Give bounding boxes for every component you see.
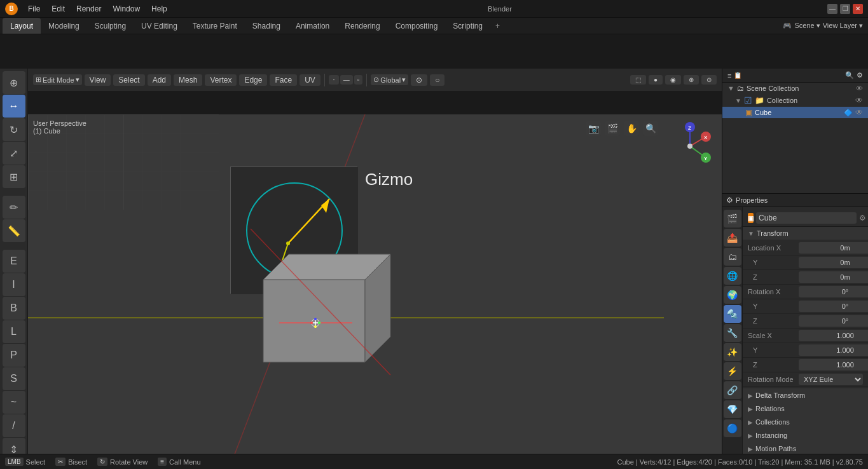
props-tab-modifier[interactable]: 🔧 — [724, 324, 741, 342]
close-button[interactable]: ✕ — [853, 4, 863, 14]
smooth-tool[interactable]: ~ — [3, 391, 25, 414]
scene-coll-eye[interactable]: 👁 — [856, 85, 863, 92]
tab-texture-paint[interactable]: Texture Paint — [185, 18, 245, 34]
object-options-icon[interactable]: ⚙ — [859, 214, 866, 222]
header-uv-menu[interactable]: UV — [300, 74, 320, 86]
scale-z-input[interactable] — [799, 359, 868, 370]
poly-build-tool[interactable]: P — [3, 344, 25, 367]
props-tab-physics[interactable]: ⚡ — [724, 362, 741, 380]
header-mesh-menu[interactable]: Mesh — [174, 74, 202, 86]
coll-check[interactable]: ☑ — [744, 95, 752, 105]
tab-compositing[interactable]: Compositing — [388, 18, 446, 34]
rotation-mode-select[interactable]: XYZ Eule XZY Euler YXZ Euler YZX Euler Z… — [799, 374, 863, 385]
mode-selector[interactable]: ⊞ Edit Mode ▾ — [33, 74, 82, 85]
rotation-z-input[interactable] — [799, 315, 868, 327]
minimize-button[interactable]: — — [827, 4, 837, 14]
vertex-select-mode[interactable]: ⬝ — [329, 75, 339, 85]
cube-eye[interactable]: 👁 — [855, 108, 863, 117]
props-tab-render[interactable]: 🎬 — [724, 210, 741, 228]
edge-slide-tool[interactable]: / — [3, 414, 25, 437]
tab-animation[interactable]: Animation — [288, 18, 337, 34]
annotate-tool[interactable]: ✏ — [3, 196, 25, 219]
motion-paths-header[interactable]: ▶ Motion Paths — [743, 442, 868, 455]
object-name-input[interactable] — [756, 212, 857, 224]
move-icon[interactable]: ✋ — [624, 121, 639, 136]
props-tab-view-layer[interactable]: 🗂 — [724, 248, 741, 266]
instancing-header[interactable]: ▶ Instancing — [743, 429, 868, 442]
tab-scripting[interactable]: Scripting — [445, 18, 490, 34]
menu-help[interactable]: Help — [146, 3, 172, 15]
coll-eye[interactable]: 👁 — [855, 96, 863, 105]
overlay-toggle[interactable]: ● — [649, 75, 663, 85]
relations-header[interactable]: ▶ Relations — [743, 402, 868, 415]
props-tab-output[interactable]: 📤 — [724, 229, 741, 247]
xray-toggle[interactable]: ⬚ — [630, 75, 646, 85]
proportional-toggle[interactable]: ○ — [430, 74, 444, 86]
viewport-shading-rendered[interactable]: ⊙ — [701, 75, 717, 85]
scale-x-input[interactable] — [799, 330, 868, 341]
edge-select-mode[interactable]: — — [340, 75, 353, 85]
maximize-button[interactable]: ❐ — [840, 4, 850, 14]
props-tab-particles[interactable]: ✨ — [724, 343, 741, 361]
add-workspace-button[interactable]: + — [490, 18, 505, 34]
spin-tool[interactable]: S — [3, 367, 25, 390]
cursor-tool[interactable]: ⊕ — [3, 71, 25, 94]
scale-tool[interactable]: ⤢ — [3, 142, 25, 165]
viewport[interactable]: User Perspective (1) Cube — [28, 114, 722, 469]
location-z-input[interactable] — [799, 271, 868, 283]
viewlayer-selector[interactable]: View Layer ▾ — [823, 22, 863, 30]
scene-selector[interactable]: Scene ▾ — [794, 22, 820, 30]
rotate-tool[interactable]: ↻ — [3, 118, 25, 141]
props-tab-data[interactable]: 💎 — [724, 400, 741, 418]
zoom-icon[interactable]: 🔍 — [643, 121, 658, 136]
props-tab-scene[interactable]: 🌐 — [724, 267, 741, 285]
props-tab-object[interactable]: 🔩 — [724, 305, 741, 323]
face-select-mode[interactable]: ▫ — [354, 75, 363, 85]
header-add-menu[interactable]: Add — [148, 74, 171, 86]
tab-uv-editing[interactable]: UV Editing — [134, 18, 185, 34]
coll-expand[interactable]: ▼ — [735, 97, 741, 104]
rotation-y-input[interactable] — [799, 301, 868, 312]
nav-gizmo[interactable]: X Y Z — [665, 121, 715, 172]
tab-rendering[interactable]: Rendering — [337, 18, 387, 34]
collections-header[interactable]: ▶ Collections — [743, 416, 868, 428]
header-face-menu[interactable]: Face — [270, 74, 297, 86]
menu-render[interactable]: Render — [71, 3, 106, 15]
props-tab-material[interactable]: 🔵 — [724, 419, 741, 437]
camera-icon[interactable]: 📷 — [586, 121, 601, 136]
snap-toggle[interactable]: ⊙ — [411, 74, 427, 86]
delta-transform-header[interactable]: ▶ Delta Transform — [743, 389, 868, 402]
engine-selector[interactable]: 🎮 — [783, 22, 792, 30]
tab-sculpting[interactable]: Sculpting — [87, 18, 134, 34]
viewport-shading-solid[interactable]: ◉ — [665, 75, 681, 85]
transform-tool[interactable]: ⊞ — [3, 165, 25, 188]
props-tab-constraints[interactable]: 🔗 — [724, 381, 741, 399]
location-x-input[interactable] — [799, 242, 868, 254]
filter-icon[interactable]: 🔍 — [845, 71, 854, 79]
header-vertex-menu[interactable]: Vertex — [205, 74, 237, 86]
tab-shading[interactable]: Shading — [245, 18, 288, 34]
sort-icon[interactable]: ⚙ — [857, 71, 863, 79]
rotation-x-input[interactable] — [799, 286, 868, 297]
header-edge-menu[interactable]: Edge — [239, 74, 267, 86]
render-icon[interactable]: 🎬 — [605, 121, 620, 136]
props-tab-world[interactable]: 🌍 — [724, 286, 741, 304]
location-y-input[interactable] — [799, 257, 868, 268]
pivot-selector[interactable]: ⊙ Global ▾ — [371, 74, 408, 85]
header-select-menu[interactable]: Select — [113, 74, 144, 86]
bevel-tool[interactable]: B — [3, 297, 25, 320]
viewport-shading-material[interactable]: ⊕ — [684, 75, 699, 85]
menu-file[interactable]: File — [23, 3, 45, 15]
scene-coll-expand[interactable]: ▼ — [727, 85, 734, 92]
scale-y-input[interactable] — [799, 344, 868, 356]
move-tool[interactable]: ↔ — [3, 95, 25, 118]
loop-cut-tool[interactable]: L — [3, 320, 25, 343]
extrude-tool[interactable]: E — [3, 250, 25, 273]
cube-item[interactable]: ▣ Cube 🔷 👁 — [722, 107, 868, 118]
measure-tool[interactable]: 📏 — [3, 219, 25, 242]
header-view-menu[interactable]: View — [85, 74, 111, 86]
menu-edit[interactable]: Edit — [46, 3, 70, 15]
menu-window[interactable]: Window — [107, 3, 145, 15]
inset-tool[interactable]: I — [3, 273, 25, 296]
transform-header[interactable]: ▼ Transform — [743, 227, 868, 240]
